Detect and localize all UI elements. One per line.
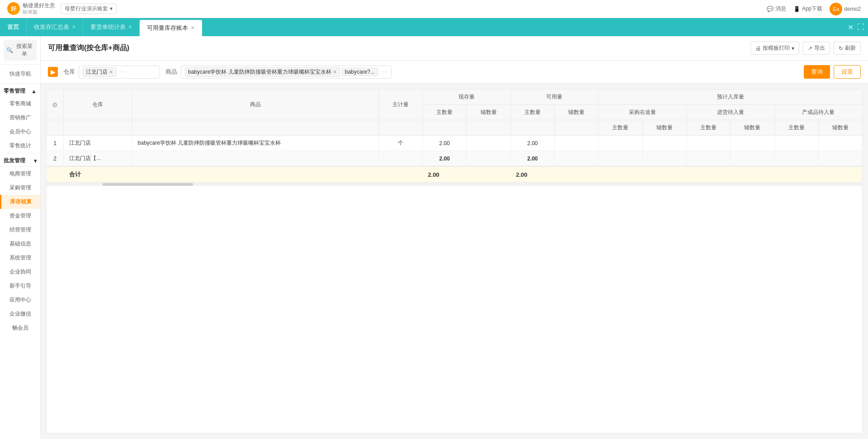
td-inbound-main-1 [686,136,730,151]
sidebar-item-retail-mall[interactable]: 零售商城 [0,97,40,111]
sidebar-nav: 快捷导航 [0,65,40,84]
th-no [47,120,64,136]
query-button[interactable]: 查询 [804,65,830,79]
sidebar-item-marketing[interactable]: 营销推广 [0,111,40,125]
warehouse-filter-input[interactable]: 江北门店 ✕ ··· [79,66,160,79]
th-stock-main: 主数量 [423,105,467,120]
sidebar-item-retail-stats[interactable]: 零售统计 [0,139,40,153]
sidebar-item-newbie[interactable]: 新手引导 [0,279,40,293]
close-all-tabs-icon[interactable]: ✕ [848,23,854,32]
chevron-down-icon: ▾ [34,158,37,164]
td-stock-main-2: 2.00 [423,151,467,167]
tab-receipt-summary-label: 收发存汇总表 [34,23,69,31]
th-stock-group: 现存量 [423,90,511,105]
search-menu-button[interactable]: 🔍 搜索菜单 [4,40,37,61]
td-inbound-main-2 [686,151,730,167]
sidebar-item-member[interactable]: 畅会员 [0,321,40,335]
horizontal-scrollbar[interactable] [47,182,862,186]
td-purchase-aux-2 [642,151,686,167]
sidebar-item-enterprise[interactable]: 企业协同 [0,265,40,279]
export-button[interactable]: ↗ 导出 [803,42,830,55]
td-footer-purchase-main [599,166,642,182]
industry-select[interactable]: 母婴行业演示账套 ▾ [61,4,117,14]
product-tag2: babycare?... [342,68,378,76]
user-name: demo2 [844,6,861,12]
th-stock-main-sub [423,120,467,136]
filter-bar: ▶ 仓库 江北门店 ✕ ··· 商品 babycare学饮杯 儿童防摔防撞吸管杯… [41,61,868,84]
td-avail-main-2: 2.00 [510,151,554,167]
sidebar-item-basics[interactable]: 基础信息 [0,237,40,251]
sidebar-item-member-center[interactable]: 会员中心 [0,125,40,139]
th-inbound-main: 主数量 [686,120,730,136]
td-footer-purchase-aux [642,166,686,182]
tab-home[interactable]: 首页 [0,18,27,36]
td-footer-inbound-aux [731,166,774,182]
td-footer-stock-main: 2.00 [423,166,467,182]
message-icon: 💬 [767,6,774,12]
tab-receipt-summary-close[interactable]: ✕ [72,25,75,29]
sidebar-section-retail-header[interactable]: 零售管理 ▲ [0,84,40,97]
product-filter-input[interactable]: babycare学饮杯 儿童防摔防撞吸管杯重力球吸嘴杯宝宝水杯 ✕ babyca… [181,66,392,79]
sidebar-item-quick-nav[interactable]: 快捷导航 [0,66,40,81]
settings-button[interactable]: 设置 [834,65,861,79]
th-planned-group: 预计入库量 [599,90,862,105]
table-row: 2 江北门店【... 2.00 2.00 [47,151,862,167]
th-warehouse-sub [64,120,132,136]
tab-order-stat[interactable]: 要货单统计表 ✕ [83,18,140,36]
chevron-down-icon: ▾ [792,45,794,52]
message-button[interactable]: 💬 消息 [767,5,786,13]
sidebar-item-ecommerce[interactable]: 电商管理 [0,167,40,181]
th-product-sub [132,120,378,136]
th-unit-sub [378,120,422,136]
sidebar-item-operations[interactable]: 经营管理 [0,223,40,237]
td-product-main-2 [774,151,818,167]
tab-receipt-summary[interactable]: 收发存汇总表 ✕ [27,18,83,36]
product-tag1-close[interactable]: ✕ [333,69,337,75]
sidebar-item-purchase[interactable]: 采购管理 [0,181,40,195]
avatar: Ea [830,3,842,15]
th-inbound-group: 进货待入量 [686,105,774,120]
tab-order-stat-label: 要货单统计表 [90,23,126,31]
sidebar-item-system[interactable]: 系统管理 [0,251,40,265]
search-menu-label: 搜索菜单 [15,42,34,58]
th-avail-aux-sub [554,120,598,136]
top-bar-left: 好 畅捷通好生意 标准版 母婴行业演示账套 ▾ [7,2,117,15]
td-purchase-aux-1 [642,136,686,151]
th-settings[interactable]: ⚙ [47,90,64,120]
message-label: 消息 [775,5,786,13]
sidebar-item-inventory[interactable]: 库存核算 [0,195,40,209]
td-stock-main-1: 2.00 [423,136,467,151]
product-tag1: babycare学饮杯 儿童防摔防撞吸管杯重力球吸嘴杯宝宝水杯 ✕ [185,67,340,77]
refresh-button[interactable]: ↻ 刷新 [834,42,861,55]
filter-toggle-button[interactable]: ▶ [48,67,58,77]
th-available-group: 可用量 [510,90,599,105]
warehouse-tag-close[interactable]: ✕ [109,69,113,75]
sidebar: 🔍 搜索菜单 快捷导航 零售管理 ▲ 零售商城 营销推广 会员中心 零售统计 批… [0,36,41,439]
warehouse-filter-group: 仓库 江北门店 ✕ ··· [63,66,160,79]
tab-order-stat-close[interactable]: ✕ [128,25,132,29]
scrollbar-thumb [103,183,193,186]
sidebar-item-finance[interactable]: 资金管理 [0,209,40,223]
logo-sub: 标准版 [23,9,55,15]
print-template-button[interactable]: 🖨 按模板打印 ▾ [750,42,799,55]
tab-bar: 首页 收发存汇总表 ✕ 要货单统计表 ✕ 可用量库存账本 ✕ ✕ ⛶ [0,18,868,36]
sidebar-section-wholesale: 批发管理 ▾ [0,153,40,167]
tab-inventory-book-close[interactable]: ✕ [191,26,194,30]
td-no-1: 1 [47,136,64,151]
td-unit-2 [378,151,422,167]
td-footer-empty [47,166,64,182]
user-menu[interactable]: Ea demo2 [830,3,861,15]
th-purchase-aux: 辅数量 [642,120,686,136]
expand-icon[interactable]: ⛶ [857,23,864,31]
sidebar-section-wholesale-header[interactable]: 批发管理 ▾ [0,153,40,166]
sidebar-item-enterprise-wechat[interactable]: 企业微信 [0,307,40,321]
sidebar-item-app-center[interactable]: 应用中心 [0,293,40,307]
product-dots: ··· [382,68,387,76]
top-bar-right: 💬 消息 📱 App下载 Ea demo2 [767,3,861,15]
tab-inventory-book[interactable]: 可用量库存账本 ✕ [140,20,202,36]
app-download-button[interactable]: 📱 App下载 [793,5,822,13]
logo-text: 畅捷通好生意 [23,2,55,9]
tab-inventory-book-label: 可用量库存账本 [147,24,188,32]
page-header: 可用量查询(按仓库+商品) 🖨 按模板打印 ▾ ↗ 导出 ↻ 刷新 [41,36,868,61]
refresh-label: 刷新 [845,44,856,52]
